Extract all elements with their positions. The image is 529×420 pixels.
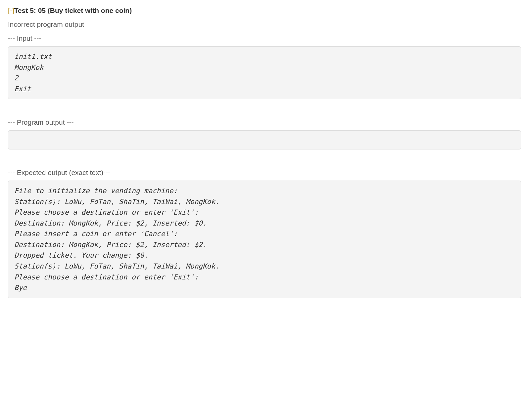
input-section-label: --- Input ---: [8, 34, 521, 42]
test-status: Incorrect program output: [8, 21, 521, 28]
program-output-block: [8, 130, 521, 149]
program-output-section-label: --- Program output ---: [8, 118, 521, 126]
test-header: [-]Test 5: 05 (Buy ticket with one coin): [8, 7, 521, 15]
expected-output-block: File to initialize the vending machine: …: [8, 181, 521, 298]
test-title: Test 5: 05 (Buy ticket with one coin): [14, 7, 132, 14]
collapse-toggle[interactable]: [-]: [8, 7, 14, 14]
input-block: init1.txt MongKok 2 Exit: [8, 46, 521, 99]
expected-output-section-label: --- Expected output (exact text)---: [8, 169, 521, 177]
